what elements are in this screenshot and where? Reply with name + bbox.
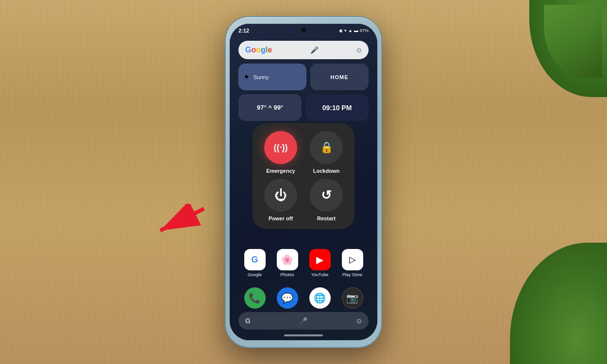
- messages-app-icon: 💬: [277, 287, 298, 309]
- home-widget[interactable]: HOME: [310, 64, 369, 90]
- photos-app[interactable]: 🌸 Photos: [277, 249, 298, 277]
- weather-icon: ✦: [243, 72, 250, 82]
- google-logo: Google: [245, 46, 272, 54]
- chrome-app[interactable]: 🌐: [309, 287, 331, 309]
- emergency-label: Emergency: [266, 168, 295, 174]
- google-app-icon: G: [244, 249, 266, 270]
- widgets-row1: ✦ Sunny HOME: [238, 64, 369, 90]
- home-indicator: [284, 334, 323, 336]
- status-icons: ◉ ▾ ▲ ▬ 97%: [339, 28, 369, 33]
- widgets-row2: 97° ^ 99° 09:10 PM: [238, 94, 369, 121]
- signal-icon: ▲: [348, 28, 353, 33]
- playstore-icon: ▷: [349, 254, 356, 265]
- temperature-widget[interactable]: 97° ^ 99°: [238, 94, 302, 121]
- bottom-search-bar[interactable]: G 🎤 ⊙: [238, 312, 369, 330]
- clock-widget[interactable]: 09:10 PM: [305, 94, 369, 121]
- status-time: 2:12: [238, 28, 249, 33]
- youtube-icon: ▶: [316, 254, 323, 265]
- google-g-icon: G: [251, 255, 258, 265]
- photos-app-label: Photos: [280, 272, 294, 277]
- playstore-app-icon: ▷: [342, 249, 363, 270]
- phone-app[interactable]: 📞: [244, 287, 266, 309]
- chrome-icon: 🌐: [314, 292, 326, 304]
- battery-icon: ▬: [354, 28, 358, 33]
- phone-icon: 📞: [249, 292, 261, 304]
- photos-icon: 🌸: [281, 254, 293, 265]
- mic-icon[interactable]: 🎤: [310, 46, 319, 54]
- google-app-label: Google: [248, 272, 262, 277]
- playstore-app[interactable]: ▷ Play Store: [342, 249, 363, 277]
- lockdown-button[interactable]: 🔒 Lockdown: [306, 131, 347, 174]
- lockdown-button-circle: 🔒: [310, 131, 343, 164]
- power-icon: ⏻: [274, 188, 287, 203]
- apps-row1: G Google 🌸 Photos ▶ YouTube ▷ Pl: [238, 249, 369, 277]
- camera-app-icon: 📷: [342, 287, 363, 309]
- phone-device: 2:12 ◉ ▾ ▲ ▬ 97% Google 🎤 ⊙ ✦ Sunny: [226, 17, 381, 347]
- emergency-button[interactable]: ((·)) Emergency: [260, 131, 301, 174]
- bottom-lens-icon[interactable]: ⊙: [356, 317, 362, 325]
- lockdown-label: Lockdown: [313, 168, 339, 174]
- temp-label: 97° ^ 99°: [257, 104, 283, 111]
- weather-widget[interactable]: ✦ Sunny: [238, 64, 306, 90]
- camera-icon: 📷: [346, 292, 358, 304]
- weather-text: Sunny: [253, 74, 269, 80]
- youtube-app[interactable]: ▶ YouTube: [309, 249, 331, 277]
- restart-label: Restart: [317, 215, 336, 221]
- lock-icon: 🔒: [320, 141, 333, 154]
- camera-app[interactable]: 📷: [342, 287, 363, 309]
- wifi-icon: ▾: [344, 28, 347, 33]
- bottom-g-icon: G: [245, 317, 251, 325]
- restart-button-circle: ↺: [310, 179, 343, 212]
- poweroff-button-circle: ⏻: [264, 179, 297, 212]
- top-search-bar[interactable]: Google 🎤 ⊙: [238, 41, 369, 59]
- poweroff-label: Power off: [269, 215, 293, 221]
- bottom-mic-icon[interactable]: 🎤: [299, 317, 307, 325]
- home-label: HOME: [331, 74, 349, 80]
- restart-button[interactable]: ↺ Restart: [306, 179, 347, 221]
- poweroff-button[interactable]: ⏻ Power off: [260, 179, 301, 221]
- photos-app-icon: 🌸: [277, 249, 298, 270]
- messages-icon: 💬: [281, 292, 293, 304]
- apps-row2-dock: 📞 💬 🌐 📷: [238, 287, 369, 309]
- google-app[interactable]: G Google: [244, 249, 266, 277]
- messages-app[interactable]: 💬: [277, 287, 298, 309]
- playstore-app-label: Play Store: [342, 272, 363, 277]
- phone-app-icon: 📞: [244, 287, 266, 309]
- location-icon: ◉: [339, 28, 343, 33]
- restart-icon: ↺: [321, 188, 332, 203]
- youtube-app-icon: ▶: [309, 249, 331, 270]
- emergency-button-circle: ((·)): [264, 131, 297, 164]
- camera-notch: [301, 28, 306, 33]
- lens-icon[interactable]: ⊙: [356, 47, 362, 54]
- battery-percent: 97%: [360, 28, 369, 33]
- emergency-icon: ((·)): [274, 143, 288, 153]
- chrome-app-icon: 🌐: [309, 287, 331, 309]
- phone-screen: 2:12 ◉ ▾ ▲ ▬ 97% Google 🎤 ⊙ ✦ Sunny: [230, 24, 377, 340]
- power-menu: ((·)) Emergency 🔒 Lockdown ⏻ Power off: [253, 123, 354, 229]
- clock-label: 09:10 PM: [322, 104, 352, 112]
- youtube-app-label: YouTube: [311, 272, 328, 277]
